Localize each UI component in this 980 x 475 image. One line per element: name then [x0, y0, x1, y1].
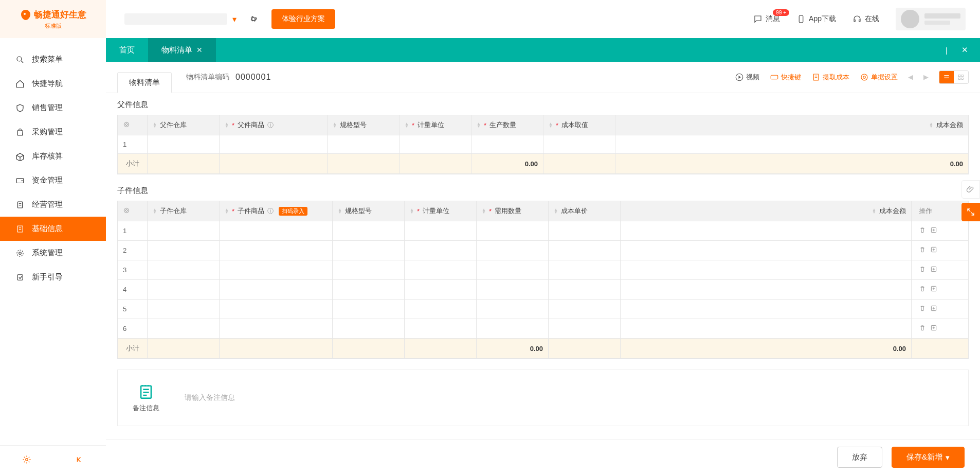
cell[interactable] [333, 319, 405, 339]
cell[interactable] [621, 300, 912, 319]
col-child-spec[interactable]: ▲▼规格型号 [333, 201, 405, 221]
col-config[interactable] [118, 201, 148, 221]
cell[interactable] [148, 241, 220, 260]
table-row[interactable]: 5 [118, 300, 968, 319]
cell[interactable] [477, 260, 549, 280]
cell[interactable] [621, 319, 912, 339]
cell[interactable] [543, 135, 615, 154]
cell[interactable] [333, 221, 405, 241]
doc-settings-button[interactable]: 单据设置 [860, 73, 898, 82]
sidebar-item-guide[interactable]: 新手引导 [0, 265, 106, 289]
sidebar-item-purchase[interactable]: 采购管理 [0, 120, 106, 144]
col-parent-spec[interactable]: ▲▼规格型号 [328, 115, 400, 135]
list-view-button[interactable] [939, 71, 954, 83]
cell[interactable] [477, 221, 549, 241]
cell[interactable] [333, 300, 405, 319]
cell[interactable] [148, 280, 220, 300]
sidebar-item-business[interactable]: 经营管理 [0, 192, 106, 217]
delete-row-button[interactable] [919, 267, 926, 274]
cell[interactable] [621, 260, 912, 280]
add-row-button[interactable] [930, 286, 937, 294]
user-menu[interactable] [896, 8, 966, 30]
table-row[interactable]: 4 [118, 280, 968, 300]
prev-doc-button[interactable]: ◀ [908, 73, 913, 81]
add-row-button[interactable] [930, 325, 937, 333]
cell[interactable] [405, 300, 477, 319]
col-child-need-qty[interactable]: ▲▼*需用数量 [477, 201, 549, 221]
cell[interactable] [549, 280, 621, 300]
cell[interactable] [549, 221, 621, 241]
sidebar-item-basic-info[interactable]: 基础信息 [0, 217, 106, 241]
app-download-button[interactable]: App下载 [796, 14, 836, 24]
add-row-button[interactable] [930, 306, 937, 313]
cell[interactable] [621, 221, 912, 241]
scan-input-button[interactable]: 扫码录入 [279, 207, 307, 216]
cell[interactable] [220, 319, 333, 339]
cell[interactable] [148, 260, 220, 280]
sidebar-item-search[interactable]: 搜索菜单 [0, 47, 106, 72]
cell[interactable] [549, 260, 621, 280]
sidebar-item-quick-nav[interactable]: 快捷导航 [0, 72, 106, 96]
add-row-button[interactable] [930, 247, 937, 255]
cell[interactable] [328, 135, 400, 154]
add-row-button[interactable] [930, 267, 937, 274]
col-config[interactable] [118, 115, 148, 135]
cell[interactable] [405, 319, 477, 339]
col-parent-unit[interactable]: ▲▼*计量单位 [400, 115, 471, 135]
cell[interactable] [400, 135, 471, 154]
form-tab[interactable]: 物料清单 [117, 72, 172, 93]
sidebar-settings-button[interactable] [22, 455, 31, 466]
cell[interactable] [148, 221, 220, 241]
table-row[interactable]: 6 [118, 319, 968, 339]
col-parent-cost-method[interactable]: ▲▼*成本取值 [543, 115, 615, 135]
trial-button[interactable]: 体验行业方案 [271, 9, 335, 29]
cell[interactable] [477, 241, 549, 260]
save-and-new-button[interactable]: 保存&新增 ▾ [892, 447, 965, 468]
delete-row-button[interactable] [919, 306, 926, 313]
messages-button[interactable]: 消息 99 + [753, 14, 780, 24]
tab-home[interactable]: 首页 [106, 38, 148, 62]
cell[interactable] [220, 300, 333, 319]
delete-row-button[interactable] [919, 247, 926, 255]
cell[interactable] [477, 280, 549, 300]
expand-button[interactable] [961, 203, 980, 221]
table-row[interactable]: 1 [118, 221, 968, 241]
cell[interactable] [405, 241, 477, 260]
tab-bom[interactable]: 物料清单 ✕ [148, 38, 216, 62]
help-icon[interactable]: ⓘ [267, 121, 274, 130]
cell[interactable] [549, 319, 621, 339]
add-row-button[interactable] [930, 227, 937, 235]
col-child-product[interactable]: ▲▼*子件商品ⓘ扫码录入 [220, 201, 333, 221]
col-child-unit[interactable]: ▲▼*计量单位 [405, 201, 477, 221]
attachment-button[interactable] [961, 180, 980, 199]
cell[interactable] [220, 241, 333, 260]
next-doc-button[interactable]: ▶ [923, 73, 929, 81]
col-child-cost-amount[interactable]: ▲▼成本金额 [621, 201, 912, 221]
cell[interactable] [220, 260, 333, 280]
cell[interactable] [148, 300, 220, 319]
col-parent-warehouse[interactable]: ▲▼父件仓库 [148, 115, 220, 135]
table-row[interactable]: 3 [118, 260, 968, 280]
cell[interactable] [621, 280, 912, 300]
close-all-tabs-button[interactable]: ✕ [954, 38, 975, 62]
delete-row-button[interactable] [919, 286, 926, 294]
col-parent-cost-amount[interactable]: ▲▼成本金额 [615, 115, 968, 135]
cell[interactable] [148, 319, 220, 339]
cell[interactable] [220, 221, 333, 241]
close-icon[interactable]: ✕ [196, 46, 203, 54]
sidebar-collapse-button[interactable] [75, 455, 84, 466]
cell[interactable] [549, 241, 621, 260]
table-row[interactable]: 1 [118, 135, 968, 154]
cell[interactable] [220, 135, 328, 154]
sidebar-item-system[interactable]: 系统管理 [0, 241, 106, 265]
table-row[interactable]: 2 [118, 241, 968, 260]
cell[interactable] [477, 300, 549, 319]
video-help-button[interactable]: 视频 [735, 73, 759, 82]
cell[interactable] [148, 135, 220, 154]
cell[interactable] [405, 260, 477, 280]
cell[interactable] [471, 135, 543, 154]
col-child-unit-cost[interactable]: ▲▼成本单价 [549, 201, 621, 221]
org-settings-button[interactable] [247, 12, 260, 26]
col-parent-qty[interactable]: ▲▼*生产数量 [471, 115, 543, 135]
delete-row-button[interactable] [919, 227, 926, 235]
